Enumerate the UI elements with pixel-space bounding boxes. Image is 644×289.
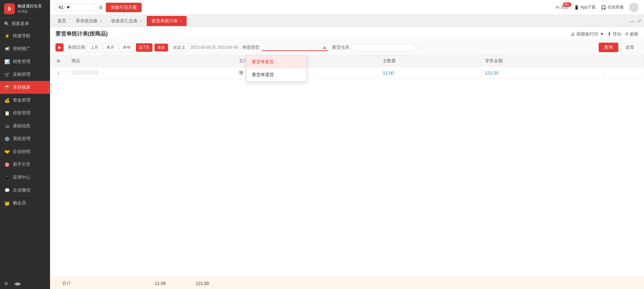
tab-expand-icon[interactable]: ⤢ xyxy=(637,18,641,24)
sidebar-bottom: ⚙ ◀▶ xyxy=(0,278,50,289)
collapse-sidebar-icon[interactable]: ◀▶ xyxy=(14,281,21,286)
purchase-icon: 🛒 xyxy=(4,71,10,77)
sidebar-item-label: 新手引导 xyxy=(13,161,30,168)
finance-icon: 💰 xyxy=(4,97,10,103)
app-download-button[interactable]: 📱 App下载 xyxy=(574,4,596,10)
set-button[interactable]: 设置 xyxy=(621,43,639,52)
export-label: 导出 xyxy=(613,31,621,37)
online-service-label: 在线客服 xyxy=(607,4,624,10)
sidebar-item-finance[interactable]: 💰 资金管理 xyxy=(0,94,50,107)
filter-more-dots[interactable]: ··· xyxy=(418,45,422,50)
user-avatar[interactable] xyxy=(629,3,639,12)
print-chevron-icon: ▼ xyxy=(600,31,604,37)
warehouse-input[interactable] xyxy=(352,44,414,51)
sidebar-item-operations[interactable]: 📋 经营管理 xyxy=(0,107,50,119)
sales-icon: 📊 xyxy=(4,59,10,65)
date-this-month-button[interactable]: 本月 xyxy=(103,43,118,52)
message-badge: 99+ xyxy=(563,2,571,7)
sidebar-item-basic[interactable]: 🗂 基础信息 xyxy=(0,119,50,132)
sidebar-item-label: 库存核算 xyxy=(13,84,30,90)
cooperation-icon: 🤝 xyxy=(4,149,10,155)
sidebar-item-wechat[interactable]: 💬 企业微信 xyxy=(0,184,50,197)
sidebar-item-label: 资金管理 xyxy=(13,97,30,103)
sidebar-item-label: 营销推广 xyxy=(13,46,30,52)
warehouse-filter-label: 要货仓库 xyxy=(332,44,350,50)
page-header: 要货单统计表(按商品) 🖨 按模板打印 ▼ ⬆ 导出 ↺ 刷新 xyxy=(50,27,644,40)
member-icon: 👑 xyxy=(4,200,10,206)
sidebar-item-sales[interactable]: 📊 销售管理 xyxy=(0,55,50,68)
page-title: 要货单统计表(按商品) xyxy=(55,30,108,38)
date-filter-group: 单据日期 上月 本月 本年 近7天 更多 自定义 2023-05-06 至 20… xyxy=(68,43,238,52)
filter-actions: 查询 设置 xyxy=(599,43,639,52)
dropdown-item-label: 要货单要货 xyxy=(252,59,274,64)
date-last-7days-button[interactable]: 近7天 xyxy=(136,43,152,52)
search-icon: 🔍 xyxy=(4,21,9,26)
refresh-button[interactable]: ↺ 刷新 xyxy=(625,31,639,37)
sidebar-item-purchase[interactable]: 🛒 采购管理 xyxy=(0,68,50,81)
tab-order-stats-close[interactable]: × xyxy=(180,19,182,23)
topbar: 41 ▼ ⚙ 体验行业方案 ✉ 消息 99+ 📱 App下载 🎧 在线客服 xyxy=(50,0,644,15)
sidebar-item-marketing[interactable]: 📢 营销推广 xyxy=(0,42,50,55)
sidebar-item-inventory[interactable]: 📦 库存核算 xyxy=(0,81,50,94)
tab-home[interactable]: 首页 xyxy=(53,16,71,26)
tab-minimize-icon[interactable]: — xyxy=(630,18,635,24)
filter-area: ▶ 单据日期 上月 本月 本年 近7天 更多 自定义 2023-05-06 至 … xyxy=(50,40,644,55)
marketing-icon: 📢 xyxy=(4,46,10,52)
cell-row-no: 1 xyxy=(50,67,67,79)
tab-batch-account-close[interactable]: × xyxy=(100,19,102,23)
footer-amount-value: 121.00 xyxy=(196,281,209,286)
col-settings[interactable]: ⚙ xyxy=(50,55,67,67)
app-download-label: App下载 xyxy=(580,4,596,10)
sidebar-item-quick-nav[interactable]: ⚡ 快捷导航 xyxy=(0,29,50,42)
refresh-label: 刷新 xyxy=(630,31,639,37)
topbar-gear-icon[interactable]: ⚙ xyxy=(99,5,103,10)
date-prev-month-button[interactable]: 上月 xyxy=(87,43,101,52)
cell-product xyxy=(67,67,235,79)
export-button[interactable]: ⬆ 导出 xyxy=(607,31,621,37)
cell-extra xyxy=(604,67,644,79)
col-settings-icon: ⚙ xyxy=(56,59,61,64)
operations-icon: 📋 xyxy=(4,110,10,116)
selector-chevron-icon: ▼ xyxy=(66,5,70,10)
trial-button[interactable]: 体验行业方案 xyxy=(106,3,142,12)
table-footer: 合计 11.00 121.00 xyxy=(50,277,644,289)
tab-collect-summary[interactable]: 收发存汇总表 × xyxy=(106,16,146,26)
cell-amount[interactable]: 121.00 xyxy=(481,67,604,79)
data-table: ⚙ 商品 主计量单位 主数量 零售金额 xyxy=(50,55,644,79)
search-menu-item[interactable]: 🔍 搜索菜单 xyxy=(0,18,50,29)
online-service-button[interactable]: 🎧 在线客服 xyxy=(601,4,624,10)
col-qty: 主数量 xyxy=(379,55,481,67)
settings-bottom-icon[interactable]: ⚙ xyxy=(4,281,8,286)
app-download-icon: 📱 xyxy=(574,5,579,10)
date-this-year-button[interactable]: 本年 xyxy=(120,43,134,52)
system-icon: ⚙️ xyxy=(4,136,10,142)
app-name: 畅捷通好生意 xyxy=(18,4,42,9)
query-button[interactable]: 查询 xyxy=(599,43,618,52)
dropdown-item-purchase-order[interactable]: 要货单要货 xyxy=(246,55,307,68)
cell-qty[interactable]: 11.00 xyxy=(379,67,481,79)
headset-icon: 🎧 xyxy=(601,5,606,10)
tab-batch-account[interactable]: 库存批次账 × xyxy=(71,16,106,26)
app-logo-icon: b xyxy=(4,3,15,14)
messages-button[interactable]: ✉ 消息 99+ xyxy=(556,4,569,10)
sidebar-item-system[interactable]: ⚙️ 系统管理 xyxy=(0,132,50,145)
company-selector[interactable]: 41 ▼ xyxy=(55,3,96,11)
dropdown-item-return-order[interactable]: 要货单退货 xyxy=(246,68,307,81)
sidebar-item-label: 快捷导航 xyxy=(13,33,30,39)
date-custom-button[interactable]: 自定义 xyxy=(170,43,188,52)
footer-label: 合计 xyxy=(54,280,71,286)
sidebar-item-member[interactable]: 👑 畅会员 xyxy=(0,197,50,209)
type-select-input[interactable] xyxy=(262,44,328,51)
tab-collect-summary-close[interactable]: × xyxy=(140,19,142,23)
type-filter-label: 单据类型 xyxy=(242,44,260,50)
sidebar-item-cooperation[interactable]: 🤝 企业协同 xyxy=(0,145,50,158)
type-select-wrapper: ▲ xyxy=(262,44,328,51)
tab-order-stats[interactable]: 要货单统计表 × xyxy=(147,16,187,26)
filter-expand-button[interactable]: ▶ xyxy=(55,43,64,51)
print-button[interactable]: 🖨 按模板打印 ▼ xyxy=(571,31,604,37)
sidebar-item-guide[interactable]: 🎯 新手引导 xyxy=(0,158,50,171)
date-more-button[interactable]: 更多 xyxy=(154,44,168,51)
footer-qty-value: 11.00 xyxy=(155,281,166,286)
sidebar-item-app-center[interactable]: 📱 应用中心 xyxy=(0,171,50,184)
quick-nav-icon: ⚡ xyxy=(4,33,10,39)
